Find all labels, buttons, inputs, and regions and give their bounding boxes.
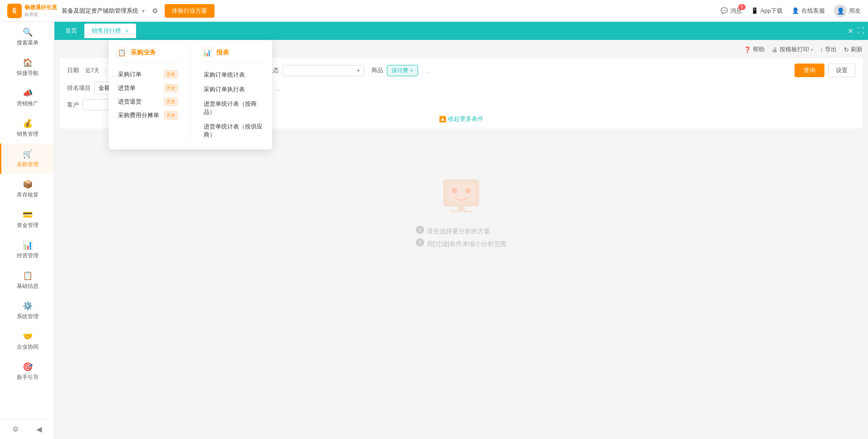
sidebar-item-sales-label: 销售管理 <box>17 130 39 138</box>
message-btn[interactable]: 💬 消息 9 <box>721 7 742 15</box>
svg-rect-1 <box>448 184 475 202</box>
search-nav-icon: 🔍 <box>23 27 33 37</box>
goods-tag-value: 设计费 <box>392 67 408 74</box>
empty-step-2-label: 用[过滤]条件来缩小分析范围 <box>427 237 507 250</box>
app-download-label: App下载 <box>761 7 783 15</box>
refresh-btn[interactable]: ↻ 刷新 <box>844 45 863 54</box>
report-item-0[interactable]: 采购订单统计表 <box>202 68 265 82</box>
sidebar-item-basic-info[interactable]: 📋 基础信息 <box>0 265 54 296</box>
collapse-btn[interactable]: 🔼 收起更多条件 <box>439 115 483 123</box>
tab-home[interactable]: 首页 <box>58 24 84 38</box>
date-7days-btn[interactable]: 近7天 <box>83 66 102 75</box>
sidebar-item-search[interactable]: 🔍 搜索菜单 <box>0 22 54 52</box>
inventory-icon: 📦 <box>23 179 33 189</box>
sidebar-item-basic-info-label: 基础信息 <box>17 282 39 290</box>
empty-step-2: 2 用[过滤]条件来缩小分析范围 <box>416 237 507 250</box>
svg-point-3 <box>465 188 471 193</box>
sidebar-item-operation[interactable]: 📊 经营管理 <box>0 235 54 265</box>
purchase-return-history: 历史 <box>164 98 178 106</box>
tab-close-icon[interactable]: ✕ <box>125 28 129 34</box>
user-area[interactable]: 👤 用友 <box>834 5 861 17</box>
sidebar-item-finance[interactable]: 💳 资金管理 <box>0 204 54 235</box>
purchase-inbound-item[interactable]: 进货单 历史 <box>116 81 180 95</box>
customer-label: 客户 <box>67 101 79 109</box>
sidebar-item-quick-nav-label: 快捷导航 <box>17 69 39 77</box>
purchase-order-item[interactable]: 采购订单 历史 <box>116 68 180 81</box>
purchase-inbound-label: 进货单 <box>118 84 136 92</box>
goods-tag-remove-btn[interactable]: × <box>410 68 413 73</box>
logo-main: 畅捷通好生意 <box>24 4 57 11</box>
salesperson-more-btn[interactable]: ... <box>275 85 280 92</box>
purchase-return-label: 进货退货 <box>118 98 141 106</box>
purchase-column-header: 📋 采购业务 <box>116 47 180 62</box>
refresh-label: 刷新 <box>851 45 863 54</box>
online-service-label: 在线客服 <box>801 7 825 15</box>
home-icon: 🏠 <box>23 58 33 68</box>
sales-icon: 💰 <box>23 118 33 128</box>
sidebar-item-purchase-label: 采购管理 <box>17 161 39 168</box>
voucher-status-arrow: ▾ <box>357 67 360 74</box>
tab-maximize-icon[interactable]: ⛶ <box>857 27 864 35</box>
voucher-status-select[interactable]: ▾ <box>283 65 364 76</box>
empty-step-1-label: 请先选择要分析的方案 <box>427 225 490 237</box>
purchase-inbound-history: 历史 <box>164 84 178 92</box>
collapse-label: 收起更多条件 <box>448 115 483 123</box>
top-header: 6 畅捷通好生意 标准版 装备及固定资产辅助管理系统 ▾ ⚙ 体验行业方案 💬 … <box>0 0 868 22</box>
goods-tag: 设计费 × <box>387 65 418 76</box>
sidebar-item-sales[interactable]: 💰 销售管理 <box>0 113 54 143</box>
sidebar-item-marketing[interactable]: 📣 营销推广 <box>0 83 54 113</box>
sidebar-item-purchase[interactable]: 🛒 采购管理 <box>0 143 54 174</box>
export-btn[interactable]: ↑ 导出 <box>820 45 837 54</box>
sidebar-item-system-label: 系统管理 <box>17 313 39 321</box>
operation-icon: 📊 <box>23 240 33 250</box>
sidebar-bottom: ⚙ ◀ <box>0 419 54 439</box>
report-item-2[interactable]: 进货单统计表（按商品） <box>202 97 265 119</box>
sidebar-item-system[interactable]: ⚙️ 系统管理 <box>0 296 54 326</box>
app-download-btn[interactable]: 📱 App下载 <box>751 7 783 15</box>
sidebar-item-inventory[interactable]: 📦 库存核算 <box>0 174 54 204</box>
query-btn[interactable]: 查询 <box>795 64 824 77</box>
export-label: 导出 <box>825 45 837 54</box>
print-arrow[interactable]: ▾ <box>811 47 813 52</box>
refresh-icon: ↻ <box>844 46 849 53</box>
settings-btn[interactable]: 设置 <box>828 64 855 77</box>
sidebar-item-cooperation-label: 企业协同 <box>17 343 39 351</box>
sidebar-item-guide[interactable]: 🎯 新手引导 <box>0 356 54 387</box>
sidebar-collapse-btn[interactable]: ◀ <box>36 425 42 434</box>
tab-close-all-icon[interactable]: ✕ <box>848 27 853 35</box>
logo-icon: 6 <box>7 4 22 18</box>
notification-badge: 9 <box>738 4 746 10</box>
sidebar-settings-btn[interactable]: ⚙ <box>12 425 19 434</box>
print-btn[interactable]: 🖨 按模板打印 ▾ <box>772 45 813 54</box>
report-item-1[interactable]: 采购订单执行表 <box>202 82 265 97</box>
report-item-3[interactable]: 进货单统计表（按供应商） <box>202 119 265 142</box>
svg-point-2 <box>452 188 457 193</box>
report-menu-column: 📊 报表 采购订单统计表 采购订单执行表 进货单统计表（按商品） 进货单统计表（… <box>202 47 265 142</box>
tab-sales-rank-label: 销售排行榜 <box>92 27 121 35</box>
industry-btn[interactable]: 体验行业方案 <box>165 4 215 18</box>
report-column-header: 📊 报表 <box>202 47 265 62</box>
print-label: 按模板打印 <box>780 45 809 54</box>
purchase-dropdown-menu: 📋 采购业务 采购订单 历史 进货单 历史 进货退货 历史 采购费用分摊单 <box>109 40 272 149</box>
sidebar-item-marketing-label: 营销推广 <box>17 100 39 108</box>
phone-icon: 📱 <box>751 7 758 14</box>
tab-home-label: 首页 <box>65 27 77 35</box>
sidebar-item-cooperation[interactable]: 🤝 企业协同 <box>0 326 54 356</box>
goods-more-btn[interactable]: ... <box>425 67 430 74</box>
logo-sub: 标准版 <box>24 11 57 17</box>
report-column-icon: 📊 <box>202 47 213 58</box>
system-settings-icon[interactable]: ⚙ <box>148 5 161 17</box>
tab-bar: 首页 销售排行榜 ✕ ✕ ⛶ <box>54 22 868 40</box>
purchase-return-item[interactable]: 进货退货 历史 <box>116 95 180 109</box>
system-dropdown-arrow[interactable]: ▾ <box>142 8 145 14</box>
help-btn[interactable]: ❓ 帮助 <box>744 45 765 54</box>
filter-goods: 商品 设计费 × <box>371 65 418 76</box>
online-service-btn[interactable]: 👤 在线客服 <box>792 7 825 15</box>
export-icon: ↑ <box>820 46 824 53</box>
tab-sales-rank[interactable]: 销售排行榜 ✕ <box>84 24 136 38</box>
sidebar-item-operation-label: 经营管理 <box>17 252 39 260</box>
purchase-expense-item[interactable]: 采购费用分摊单 历史 <box>116 109 180 122</box>
svg-rect-5 <box>450 210 473 212</box>
sidebar-item-quick-nav[interactable]: 🏠 快捷导航 <box>0 52 54 83</box>
marketing-icon: 📣 <box>23 88 33 98</box>
